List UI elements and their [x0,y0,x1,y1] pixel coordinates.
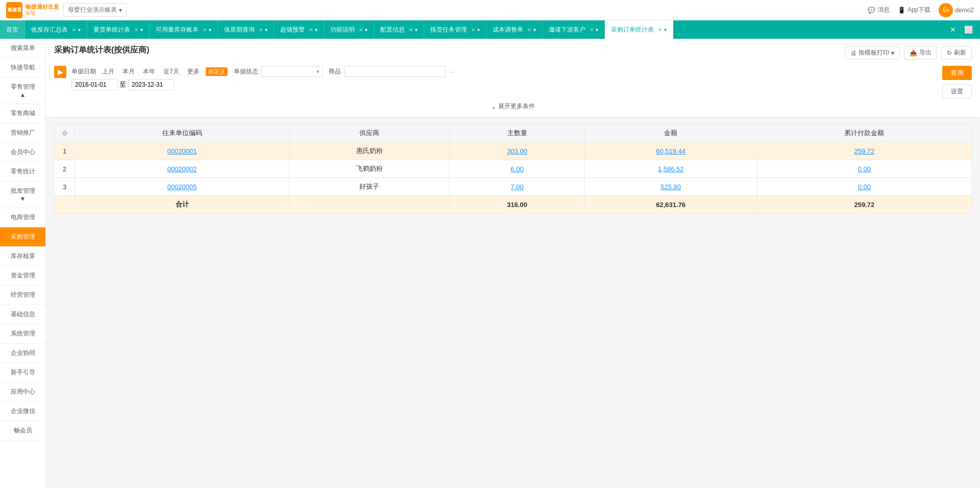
expand-more-btn[interactable]: ⌄ 展开更多条件 [491,102,535,111]
filter-area: ▶ 单据日期 上月 本月 本年 近7天 更多 [54,66,972,117]
code-link[interactable]: 00020001 [167,147,197,155]
close-icon[interactable]: ✕ [409,27,413,33]
date-to-input[interactable] [128,79,174,90]
tab-shoufaHz[interactable]: 收发存汇总表 ✕ ▾ [25,20,87,39]
amount-link[interactable]: 60,519.44 [656,147,685,155]
chevron-down-icon[interactable]: ▾ [533,27,536,33]
layout: 搜索菜单 快捷导航 零售管理 ▲ 零售商城 营销推广 会员中心 零售统计 批发管… [0,39,980,488]
sidebar-item-quick[interactable]: 快捷导航 [0,58,45,78]
close-icon[interactable]: ✕ [309,27,313,33]
chevron-down-icon[interactable]: ▾ [78,27,81,33]
tab-caigoudingdan[interactable]: 采购订单统计表 ✕ ▾ [605,20,673,39]
chevron-down-icon[interactable]: ▾ [477,27,480,33]
chevron-down-icon[interactable]: ▾ [664,27,667,33]
date-from-input[interactable] [71,79,117,90]
sidebar-item-xinshou[interactable]: 新手引导 [0,363,45,382]
close-icon[interactable]: ✕ [359,27,363,33]
sidebar-item-retail[interactable]: 零售管理 ▲ [0,78,45,104]
tab-yaoqing[interactable]: 邀请下游客户 ✕ ▾ [543,20,605,39]
paid-link[interactable]: 259.72 [854,147,874,155]
qty-link[interactable]: 7.00 [510,183,523,191]
chevron-down-icon[interactable]: ▾ [140,27,143,33]
tab-kuyunliang[interactable]: 可用量库存账本 ✕ ▾ [150,20,218,39]
chevron-down-icon[interactable]: ▾ [209,27,211,33]
chevron-down-icon[interactable]: ▾ [365,27,368,33]
user-menu[interactable]: Ea demo2 [939,3,974,17]
close-icon[interactable]: ✕ [527,27,531,33]
sidebar-item-yingyong[interactable]: 应用中心 [0,382,45,402]
close-icon[interactable]: ✕ [72,27,76,33]
close-icon[interactable]: ✕ [259,27,263,33]
maximize-btn[interactable]: ⬜ [961,24,976,35]
tab-chengbentz[interactable]: 成本调整单 ✕ ▾ [486,20,543,39]
table-row[interactable]: 1 00020001 惠氏奶粉 303.00 60,519.44 259.72 [55,142,972,160]
close-all-tabs-btn[interactable]: ✕ [947,24,959,35]
export-btn[interactable]: 📤 导出 [904,46,937,60]
close-icon[interactable]: ✕ [134,27,138,33]
paid-link[interactable]: 0.00 [858,165,871,173]
sidebar-item-jingying[interactable]: 经营管理 [0,286,45,305]
tab-home[interactable]: 首页 [0,20,25,39]
tab-gongneng[interactable]: 功能说明 ✕ ▾ [324,20,374,39]
sidebar-item-ecom[interactable]: 电商管理 [0,208,45,227]
sidebar-item-zijin[interactable]: 资金管理 [0,266,45,286]
tab-peizhi[interactable]: 配置信息 ✕ ▾ [374,20,424,39]
close-icon[interactable]: ✕ [658,27,662,33]
workspace-selector[interactable]: 母婴行业演示账表 ▾ [63,3,127,17]
goods-input[interactable] [344,66,446,77]
table-row[interactable]: 3 00020005 好孩子 7.00 525.80 0.00 [55,178,972,196]
date-btn-7days[interactable]: 近7天 [160,66,182,77]
chevron-down-icon[interactable]: ▾ [265,27,267,33]
chevron-down-icon[interactable]: ▾ [596,27,598,33]
sidebar-item-jichu[interactable]: 基础信息 [0,305,45,324]
filter-row-date: 至 [71,79,937,90]
tab-baojingcha[interactable]: 保质期查询 ✕ ▾ [218,20,274,39]
sidebar-item-retail-stat[interactable]: 零售统计 [0,162,45,182]
sidebar-item-qiye[interactable]: 企业协同 [0,344,45,363]
column-settings-icon[interactable]: ⚙ [62,130,68,137]
query-btn[interactable]: 查询 [942,66,972,80]
sidebar-item-search[interactable]: 搜索菜单 [0,39,45,58]
date-btn-this-year[interactable]: 本年 [140,66,158,77]
chevron-down-icon[interactable]: ▾ [315,27,317,33]
table-row[interactable]: 2 00020002 飞鹤奶粉 6.00 1,586.52 0.00 [55,160,972,178]
code-link[interactable]: 00020002 [167,165,197,173]
date-btn-this-month[interactable]: 本月 [119,66,138,77]
tab-chaochuyujing[interactable]: 超储预警 ✕ ▾ [274,20,324,39]
cell-supplier: 飞鹤奶粉 [289,160,450,178]
date-btn-last-month[interactable]: 上月 [99,66,117,77]
amount-link[interactable]: 525.80 [660,183,681,191]
sidebar-item-shop[interactable]: 零售商城 [0,104,45,123]
sidebar-item-member[interactable]: 会员中心 [0,143,45,162]
chevron-down-icon[interactable]: ▾ [415,27,418,33]
close-icon[interactable]: ✕ [471,27,475,33]
message-btn[interactable]: 💬 消息 [868,6,890,14]
filter-toggle-btn[interactable]: ▶ [54,66,66,78]
sidebar-item-weixin[interactable]: 企业微信 [0,402,45,421]
qty-link[interactable]: 303.00 [507,147,527,155]
sidebar-item-caigou[interactable]: 采购管理 [0,227,45,247]
page-title: 采购订单统计表(按供应商) [54,45,150,56]
amount-link[interactable]: 1,586.52 [658,165,684,173]
sidebar-item-pifa[interactable]: 批发管理 ▼ [0,182,45,208]
date-btn-more[interactable]: 更多 [184,66,203,77]
cell-paid: 259.72 [757,142,971,160]
close-icon[interactable]: ✕ [590,27,594,33]
cell-qty: 7.00 [450,178,584,196]
sidebar-item-kucun[interactable]: 库存核算 [0,247,45,266]
status-select[interactable] [261,66,323,77]
code-link[interactable]: 00020005 [167,183,197,191]
refresh-btn[interactable]: ↻ 刷新 [941,46,972,60]
sidebar-item-xitong[interactable]: 系统管理 [0,324,45,344]
qty-link[interactable]: 6.00 [510,165,523,173]
tab-yaohuo[interactable]: 要货单统计表 ✕ ▾ [87,20,150,39]
sidebar-item-marketing[interactable]: 营销推广 [0,123,45,143]
app-download-btn[interactable]: 📱 App下载 [898,6,930,14]
paid-link[interactable]: 0.00 [858,183,871,191]
settings-btn[interactable]: 设置 [942,84,972,99]
tab-paohuo[interactable]: 拣货任务管理 ✕ ▾ [424,20,486,39]
sidebar-item-huiyuan[interactable]: 畅会员 [0,421,45,441]
more-options-icon[interactable]: ··· [449,68,455,75]
template-print-btn[interactable]: 🖨 按模板打印 ▾ [845,46,900,60]
close-icon[interactable]: ✕ [203,27,207,33]
